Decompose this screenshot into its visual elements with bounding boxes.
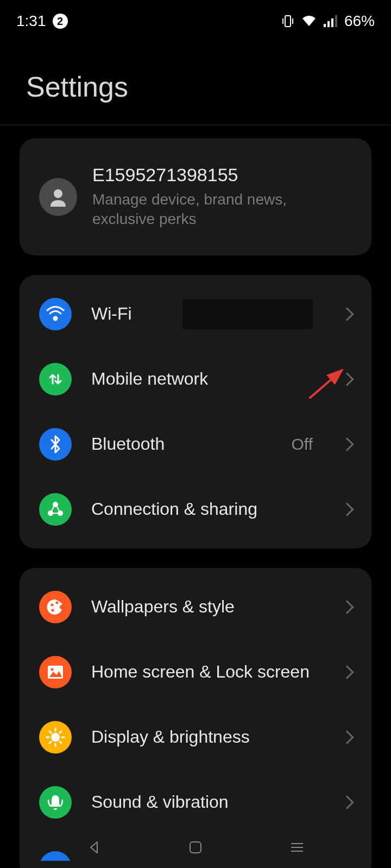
svg-rect-27	[190, 842, 201, 853]
image-icon	[39, 656, 72, 688]
account-name: E1595271398155	[92, 164, 352, 186]
back-button[interactable]	[83, 837, 105, 858]
settings-list: E1595271398155 Manage device, brand news…	[0, 125, 391, 868]
svg-point-13	[52, 609, 54, 611]
status-right: 66%	[281, 12, 375, 30]
display-row[interactable]: Display & brightness	[20, 705, 371, 770]
svg-point-9	[53, 502, 58, 507]
palette-icon	[39, 591, 72, 623]
svg-rect-6	[335, 15, 337, 27]
svg-point-7	[54, 189, 62, 198]
svg-rect-5	[331, 18, 333, 27]
chevron-right-icon	[340, 795, 354, 809]
account-subtitle: Manage device, brand news, exclusive per…	[92, 190, 352, 229]
bell-icon	[39, 786, 72, 819]
svg-line-22	[49, 731, 51, 733]
connection-sharing-label: Connection & sharing	[91, 499, 323, 519]
signal-icon	[324, 15, 338, 27]
mobile-data-icon	[39, 363, 72, 395]
bluetooth-icon	[39, 428, 72, 461]
svg-rect-3	[324, 24, 326, 27]
svg-point-14	[56, 601, 59, 604]
home-lock-row[interactable]: Home screen & Lock screen	[20, 640, 371, 705]
svg-point-12	[51, 603, 54, 606]
avatar	[39, 178, 77, 216]
status-bar: 1:31 2 66%	[0, 0, 391, 38]
svg-point-11	[58, 510, 63, 516]
svg-point-17	[51, 733, 60, 742]
sound-label: Sound & vibration	[91, 792, 323, 812]
chevron-right-icon	[340, 730, 354, 744]
personalization-group: Wallpapers & style Home screen & Lock sc…	[20, 568, 371, 868]
chevron-right-icon	[340, 437, 354, 451]
mobile-network-row[interactable]: Mobile network	[20, 347, 371, 412]
display-label: Display & brightness	[91, 727, 323, 747]
bluetooth-row[interactable]: Bluetooth Off	[20, 412, 371, 477]
sun-icon	[39, 721, 72, 754]
svg-point-10	[48, 510, 53, 516]
system-nav-bar	[0, 827, 391, 868]
home-button[interactable]	[185, 837, 206, 858]
page-title: Settings	[26, 71, 365, 103]
bluetooth-value: Off	[292, 435, 313, 454]
svg-rect-4	[327, 21, 330, 27]
recents-button[interactable]	[286, 837, 308, 858]
svg-line-24	[49, 742, 51, 743]
svg-point-8	[54, 317, 57, 320]
sound-row[interactable]: Sound & vibration	[20, 770, 371, 835]
connection-sharing-row[interactable]: Connection & sharing	[20, 477, 371, 542]
svg-point-16	[51, 668, 54, 671]
wifi-value-redacted	[182, 299, 313, 329]
svg-line-23	[60, 742, 61, 743]
home-lock-label: Home screen & Lock screen	[91, 662, 323, 682]
notification-count-badge: 2	[53, 14, 68, 29]
account-card[interactable]: E1595271398155 Manage device, brand news…	[20, 138, 371, 256]
bluetooth-label: Bluetooth	[91, 434, 272, 454]
settings-header: Settings	[0, 38, 391, 125]
chevron-right-icon	[340, 502, 354, 516]
chevron-right-icon	[340, 372, 354, 386]
chevron-right-icon	[340, 665, 354, 679]
svg-line-25	[60, 731, 61, 733]
clock: 1:31	[16, 12, 46, 30]
status-left: 1:31 2	[16, 12, 68, 30]
wifi-status-icon	[301, 15, 317, 28]
wifi-row[interactable]: Wi-Fi	[20, 282, 371, 347]
wifi-icon	[39, 298, 72, 330]
wifi-label: Wi-Fi	[91, 304, 163, 324]
vibrate-icon	[281, 14, 294, 28]
battery-percent: 66%	[344, 12, 375, 30]
connectivity-group: Wi-Fi Mobile network Bluetooth Off Conne…	[20, 275, 371, 548]
svg-rect-0	[285, 16, 291, 27]
chevron-right-icon	[340, 600, 354, 614]
share-icon	[39, 493, 72, 526]
wallpapers-row[interactable]: Wallpapers & style	[20, 575, 371, 640]
mobile-network-label: Mobile network	[91, 369, 323, 389]
wallpapers-label: Wallpapers & style	[91, 597, 323, 617]
chevron-right-icon	[340, 307, 354, 321]
